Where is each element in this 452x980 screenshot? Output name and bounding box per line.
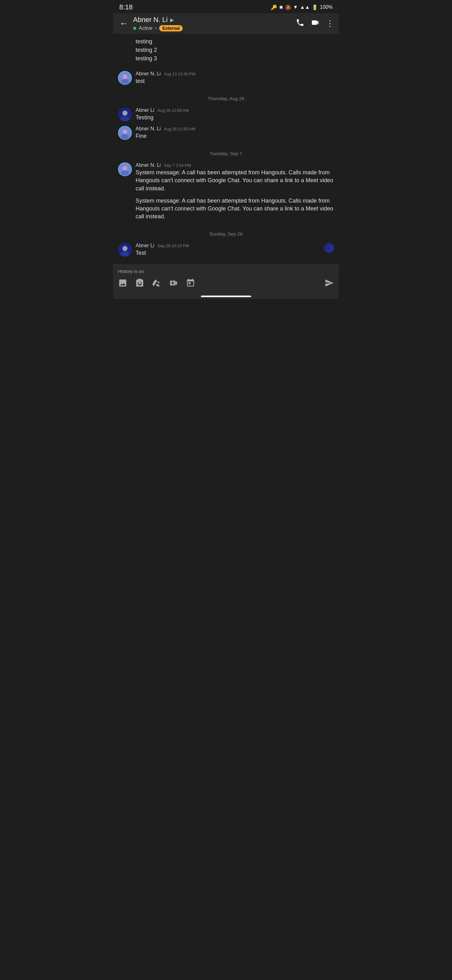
- active-status-dot: [133, 27, 136, 30]
- list-item: Abner N. Li Aug 26 12:50 AM Fine: [118, 126, 334, 140]
- bottom-actions: [118, 278, 334, 290]
- message-meta: Abner N. Li Aug 13 12:40 PM: [136, 71, 334, 76]
- silent-icon: 🔕: [285, 5, 291, 10]
- status-icons: 🔑 ✱ 🔕 ▼ ▲▲ 🔋 100%: [271, 5, 333, 10]
- message-text: System message: A call has been attempte…: [136, 197, 334, 221]
- table-row: testing 2: [118, 46, 334, 54]
- video-call-button[interactable]: [311, 18, 320, 29]
- message-text: testing 3: [136, 55, 157, 62]
- avatar: [118, 107, 132, 121]
- message-text: Fine: [136, 133, 147, 139]
- message-meta: Abner N. Li Aug 26 12:50 AM: [136, 126, 334, 132]
- avatar: [118, 243, 132, 257]
- list-item: Abner N. Li Sep 7 2:54 PM System message…: [118, 162, 334, 221]
- avatar: [118, 71, 132, 85]
- contact-status-row: Active • External: [133, 25, 292, 32]
- svg-point-8: [121, 134, 129, 140]
- bluetooth-icon: ✱: [279, 5, 283, 10]
- message-text: testing: [136, 38, 152, 45]
- table-row: testing: [118, 38, 334, 46]
- message-meta: Abner N. Li Sep 7 2:54 PM: [136, 162, 334, 168]
- call-button[interactable]: [296, 18, 305, 29]
- svg-point-10: [123, 166, 127, 170]
- message-group-aug13: Abner N. Li Aug 13 12:40 PM test: [113, 67, 339, 89]
- sender-name: Abner N. Li: [136, 162, 161, 168]
- toolbar-actions: ⋮: [296, 18, 334, 29]
- messages-container: testing testing 2 testing 3: [113, 34, 339, 264]
- message-content: testing: [136, 38, 334, 46]
- date-divider: Sunday, Sep 26: [113, 225, 339, 239]
- svg-point-4: [122, 111, 127, 116]
- add-video-button[interactable]: [169, 278, 178, 290]
- status-separator: •: [155, 25, 157, 31]
- message-time: Aug 26 12:50 AM: [164, 127, 195, 131]
- read-receipt-avatar: [324, 243, 334, 253]
- date-divider: Thursday, Aug 26: [113, 89, 339, 103]
- home-indicator: [113, 293, 339, 299]
- message-text: testing 2: [136, 47, 157, 53]
- message-content: testing 3: [136, 55, 334, 62]
- home-bar: [201, 296, 251, 297]
- sender-name: Abner N. Li: [136, 71, 161, 76]
- message-content: Abner Li Aug 26 12:50 AM Testing: [136, 107, 334, 122]
- message-meta: Abner Li Sep 26 10:15 PM: [136, 243, 320, 248]
- message-content: Abner N. Li Sep 7 2:54 PM System message…: [136, 162, 334, 221]
- wifi-icon: ▼: [293, 5, 298, 10]
- contact-name: Abner N. Li: [133, 16, 168, 24]
- key-icon: 🔑: [271, 5, 277, 10]
- svg-point-7: [123, 129, 127, 134]
- message-group-sep7: Abner N. Li Sep 7 2:54 PM System message…: [113, 159, 339, 225]
- date-divider: Tuesday, Sep 7: [113, 145, 339, 159]
- signal-icon: ▲▲: [300, 5, 310, 10]
- calendar-button[interactable]: [186, 278, 195, 290]
- svg-point-1: [123, 75, 127, 79]
- message-content: Abner Li Sep 26 10:15 PM Test: [136, 243, 320, 257]
- status-time: 8:18: [119, 3, 133, 11]
- sender-name: Abner N. Li: [136, 126, 161, 132]
- list-item: Abner Li Sep 26 10:15 PM Test: [118, 243, 334, 257]
- message-text: Testing: [136, 115, 154, 121]
- active-label: Active: [139, 25, 152, 31]
- message-text: System message: A call has been attempte…: [136, 169, 334, 192]
- table-row: testing 3: [118, 55, 334, 62]
- send-button[interactable]: [325, 278, 334, 290]
- message-content: Abner N. Li Aug 26 12:50 AM Fine: [136, 126, 334, 140]
- message-text: Test: [136, 250, 146, 256]
- message-time: Aug 13 12:40 PM: [164, 72, 195, 76]
- more-options-button[interactable]: ⋮: [326, 19, 334, 29]
- message-time: Aug 26 12:50 AM: [157, 108, 189, 113]
- history-status: History is on: [118, 269, 334, 274]
- message-content: testing 2: [136, 46, 334, 54]
- message-time: Sep 7 2:54 PM: [164, 163, 191, 168]
- message-group-continued: testing testing 2 testing 3: [113, 34, 339, 67]
- bottom-bar: History is on: [113, 264, 339, 293]
- contact-info: Abner N. Li ▶ Active • External: [133, 16, 292, 32]
- message-text: test: [136, 78, 145, 84]
- message-time: Sep 26 10:15 PM: [157, 243, 189, 248]
- toolbar: ← Abner N. Li ▶ Active • External ⋮: [113, 13, 339, 34]
- message-content: Abner N. Li Aug 13 12:40 PM test: [136, 71, 334, 85]
- message-group-aug26: Abner Li Aug 26 12:50 AM Testing Abner N…: [113, 103, 339, 145]
- external-badge: External: [159, 25, 183, 32]
- image-attachment-button[interactable]: [118, 278, 127, 290]
- message-meta: Abner Li Aug 26 12:50 AM: [136, 107, 334, 113]
- svg-point-2: [121, 79, 129, 84]
- svg-point-13: [122, 246, 127, 251]
- attachment-icons: [118, 278, 195, 290]
- back-button[interactable]: ←: [118, 17, 129, 30]
- sender-name: Abner Li: [136, 107, 154, 113]
- contact-name-row: Abner N. Li ▶: [133, 16, 292, 24]
- svg-point-11: [121, 170, 129, 176]
- list-item: Abner Li Aug 26 12:50 AM Testing: [118, 107, 334, 122]
- avatar: [118, 126, 132, 140]
- message-group-sep26: Abner Li Sep 26 10:15 PM Test: [113, 239, 339, 261]
- drive-button[interactable]: [152, 278, 161, 290]
- chevron-right-icon: ▶: [170, 17, 174, 23]
- battery-icon: 🔋: [312, 5, 318, 10]
- list-item: Abner N. Li Aug 13 12:40 PM test: [118, 71, 334, 85]
- status-bar: 8:18 🔑 ✱ 🔕 ▼ ▲▲ 🔋 100%: [113, 0, 339, 13]
- camera-button[interactable]: [135, 278, 144, 290]
- battery-percent: 100%: [320, 5, 333, 10]
- sender-name: Abner Li: [136, 243, 154, 248]
- avatar: [118, 162, 132, 176]
